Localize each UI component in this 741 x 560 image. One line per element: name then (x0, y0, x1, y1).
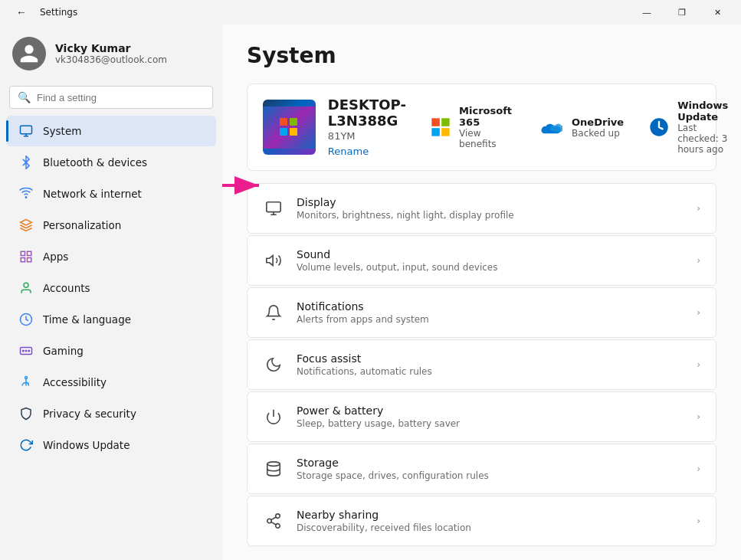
chevron-icon: › (697, 359, 700, 370)
windows-update-quick-icon (648, 115, 670, 139)
rename-link[interactable]: Rename (328, 146, 369, 157)
sound-title: Sound (297, 248, 684, 260)
storage-icon (263, 458, 284, 480)
titlebar: ← Settings — ❐ ✕ (0, 0, 741, 25)
search-box[interactable]: 🔍 (9, 86, 213, 109)
settings-item-power[interactable]: Power & battery Sleep, battery usage, ba… (247, 391, 716, 442)
sidebar-item-windows-update[interactable]: Windows Update (6, 430, 216, 460)
svg-point-15 (25, 377, 28, 379)
close-button[interactable]: ✕ (700, 0, 735, 25)
sidebar-item-label: Privacy & security (43, 408, 136, 420)
sidebar-item-network[interactable]: Network & internet (6, 178, 216, 209)
system-device: DESKTOP-L3N388G 81YM Rename (263, 97, 430, 158)
sound-desc: Volume levels, output, input, sound devi… (297, 262, 684, 273)
sidebar-nav: System Bluetooth & devices Network & int… (0, 115, 222, 461)
sidebar-item-bluetooth[interactable]: Bluetooth & devices (6, 147, 216, 178)
quick-link-onedrive[interactable]: OneDrive Backed up (539, 100, 624, 155)
svg-point-14 (28, 350, 30, 352)
svg-point-30 (267, 519, 272, 523)
device-details: DESKTOP-L3N388G 81YM Rename (328, 97, 430, 158)
sidebar-item-label: Bluetooth & devices (43, 156, 147, 169)
windows-update-icon (18, 437, 34, 453)
svg-rect-7 (28, 258, 31, 262)
onedrive-text: OneDrive Backed up (572, 116, 624, 139)
apps-icon (18, 249, 34, 264)
sidebar-item-time[interactable]: Time & language (6, 304, 216, 335)
settings-item-storage[interactable]: Storage Storage space, drives, configura… (247, 444, 716, 494)
privacy-icon (18, 406, 34, 421)
microsoft365-icon (430, 115, 451, 139)
user-name: Vicky Kumar (55, 42, 167, 54)
windows-update-quick-subtitle: Last checked: 3 hours ago (677, 123, 731, 155)
svg-line-32 (271, 522, 276, 525)
svg-point-31 (276, 524, 280, 529)
settings-item-display[interactable]: Display Monitors, brightness, night ligh… (247, 183, 716, 234)
sidebar-item-label: Time & language (43, 313, 131, 326)
power-text: Power & battery Sleep, battery usage, ba… (297, 404, 684, 429)
svg-rect-6 (21, 258, 25, 262)
sidebar-item-gaming[interactable]: Gaming (6, 336, 216, 366)
focus-text: Focus assist Notifications, automatic ru… (297, 352, 684, 377)
sidebar-item-accessibility[interactable]: Accessibility (6, 367, 216, 398)
notifications-title: Notifications (297, 300, 684, 313)
sidebar-item-label: Personalization (43, 219, 121, 231)
chevron-icon: › (697, 463, 700, 474)
svg-point-3 (25, 197, 27, 198)
onedrive-icon (539, 115, 564, 139)
main-content: System DESKTOP-L3N388G 81YM (222, 25, 741, 560)
windows-update-text: Windows Update Last checked: 3 hours ago (677, 100, 731, 155)
onedrive-title: OneDrive (572, 116, 624, 128)
svg-rect-23 (267, 202, 280, 212)
sidebar-item-system[interactable]: System (6, 116, 216, 146)
system-info-card: DESKTOP-L3N388G 81YM Rename (247, 84, 716, 171)
microsoft365-text: Microsoft 365 View benefits (459, 105, 515, 149)
svg-rect-18 (431, 118, 440, 126)
settings-item-nearby-sharing[interactable]: Nearby sharing Discoverability, received… (247, 496, 716, 546)
bluetooth-icon (18, 155, 34, 170)
display-text: Display Monitors, brightness, night ligh… (297, 196, 684, 221)
sidebar: Vicky Kumar vk304836@outlook.com 🔍 Syste… (0, 25, 222, 560)
arrow-pointer (222, 172, 268, 205)
settings-item-notifications[interactable]: Notifications Alerts from apps and syste… (247, 287, 716, 338)
focus-title: Focus assist (297, 352, 684, 365)
chevron-icon: › (697, 255, 700, 266)
notifications-text: Notifications Alerts from apps and syste… (297, 300, 684, 325)
display-desc: Monitors, brightness, night light, displ… (297, 210, 684, 221)
settings-item-sound[interactable]: Sound Volume levels, output, input, soun… (247, 235, 716, 286)
user-info: Vicky Kumar vk304836@outlook.com (55, 42, 167, 65)
sidebar-item-apps[interactable]: Apps (6, 241, 216, 272)
windows-update-quick-title: Windows Update (677, 100, 731, 123)
settings-list: Display Monitors, brightness, night ligh… (247, 183, 716, 546)
search-input[interactable] (37, 92, 205, 103)
svg-rect-0 (21, 126, 32, 134)
onedrive-subtitle: Backed up (572, 128, 624, 139)
system-icon (18, 123, 34, 139)
sidebar-item-accounts[interactable]: Accounts (6, 273, 216, 303)
sidebar-item-personalization[interactable]: Personalization (6, 210, 216, 241)
back-button[interactable]: ← (9, 0, 34, 25)
chevron-icon: › (697, 516, 700, 526)
focus-desc: Notifications, automatic rules (297, 366, 684, 377)
storage-desc: Storage space, drives, configuration rul… (297, 470, 684, 481)
settings-item-focus[interactable]: Focus assist Notifications, automatic ru… (247, 339, 716, 390)
app-title: Settings (40, 7, 77, 18)
user-profile[interactable]: Vicky Kumar vk304836@outlook.com (0, 25, 222, 83)
svg-point-8 (24, 283, 28, 287)
sidebar-item-privacy[interactable]: Privacy & security (6, 398, 216, 429)
maximize-button[interactable]: ❐ (664, 0, 700, 25)
sidebar-item-label: Apps (43, 251, 68, 263)
notifications-icon (263, 302, 284, 323)
sidebar-item-label: Network & internet (43, 188, 142, 200)
quick-link-windows-update[interactable]: Windows Update Last checked: 3 hours ago (648, 100, 731, 155)
sidebar-item-label: Gaming (43, 345, 84, 357)
minimize-button[interactable]: — (629, 0, 664, 25)
nearby-sharing-desc: Discoverability, received files location (297, 522, 684, 533)
storage-text: Storage Storage space, drives, configura… (297, 457, 684, 481)
sidebar-item-label: Accessibility (43, 376, 107, 388)
system-quick-links: Microsoft 365 View benefits OneDrive (430, 100, 731, 155)
quick-link-microsoft365[interactable]: Microsoft 365 View benefits (430, 100, 515, 155)
chevron-icon: › (697, 411, 700, 422)
sidebar-item-label: Windows Update (43, 439, 130, 451)
notifications-desc: Alerts from apps and system (297, 314, 684, 325)
chevron-icon: › (697, 203, 700, 214)
